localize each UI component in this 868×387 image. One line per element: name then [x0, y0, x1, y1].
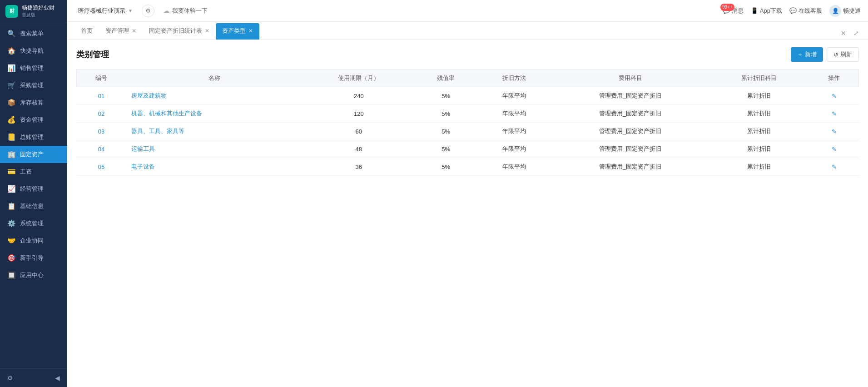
cell-cumul-3: 累计折旧	[709, 140, 809, 158]
cell-method-0: 年限平均	[477, 87, 551, 105]
cell-name-2: 器具、工具、家具等	[126, 123, 302, 140]
topbar-messages[interactable]: 💬99+ 消息	[723, 7, 744, 15]
tab-close-depreciation-table[interactable]: ✕	[205, 28, 209, 34]
cell-residual-1: 5%	[415, 105, 477, 123]
sidebar-item-funds[interactable]: 💰 资金管理	[0, 111, 67, 129]
tab-label-asset-mgmt: 资产管理	[105, 27, 129, 35]
user-name: 畅捷通	[843, 7, 861, 15]
sidebar-item-search[interactable]: 🔍 搜索菜单	[0, 25, 67, 42]
cell-cumul-4: 累计折旧	[709, 158, 809, 176]
sidebar-item-sales[interactable]: 📊 销售管理	[0, 60, 67, 77]
cell-residual-4: 5%	[415, 158, 477, 176]
table-row: 01房屋及建筑物2405%年限平均管理费用_固定资产折旧累计折旧✎	[77, 87, 859, 105]
sidebar-item-fixed-assets[interactable]: 🏢 固定资产	[0, 146, 67, 163]
sidebar-item-quick-nav[interactable]: 🏠 快捷导航	[0, 42, 67, 60]
payroll-icon: 💳	[7, 168, 15, 176]
edit-icon[interactable]: ✎	[832, 146, 837, 153]
edit-icon[interactable]: ✎	[832, 110, 837, 117]
sidebar-item-payroll[interactable]: 💳 工资	[0, 163, 67, 180]
cell-expense-2: 管理费用_固定资产折旧	[551, 123, 709, 140]
topbar-right: 💬99+ 消息📱 App下载💬 在线客服👤 畅捷通	[723, 5, 861, 17]
app-center-icon: 🔲	[7, 271, 15, 279]
cell-action-2[interactable]: ✎	[809, 123, 859, 140]
cell-action-1[interactable]: ✎	[809, 105, 859, 123]
cell-period-0: 240	[303, 87, 415, 105]
table-row: 02机器、机械和其他生产设备1205%年限平均管理费用_固定资产折旧累计折旧✎	[77, 105, 859, 123]
cell-expense-1: 管理费用_固定资产折旧	[551, 105, 709, 123]
cell-period-4: 36	[303, 158, 415, 176]
cell-name-3: 运输工具	[126, 140, 302, 158]
topbar-left: 医疗器械行业演示 ▼ ⚙ ☁ 我要体验一下	[74, 5, 211, 17]
edit-icon[interactable]: ✎	[832, 128, 837, 135]
avatar-icon: 👤	[829, 5, 841, 17]
topbar-online-service[interactable]: 💬 在线客服	[789, 7, 822, 15]
trial-button[interactable]: ☁ 我要体验一下	[160, 5, 211, 17]
tab-close-asset-type[interactable]: ✕	[248, 28, 253, 34]
sidebar-item-operations[interactable]: 📈 经营管理	[0, 180, 67, 198]
trial-label: 我要体验一下	[172, 7, 208, 15]
topbar-app-download[interactable]: 📱 App下载	[751, 7, 782, 15]
edit-icon[interactable]: ✎	[832, 93, 837, 99]
app-version: 普及版	[22, 12, 55, 18]
col-header-code: 编号	[77, 69, 126, 87]
cell-code-2: 03	[77, 123, 126, 140]
basic-info-icon: 📋	[7, 202, 15, 210]
close-window-icon[interactable]: ✕	[839, 29, 848, 38]
sidebar-footer: ⚙ ◀	[0, 368, 67, 387]
tab-close-asset-mgmt[interactable]: ✕	[132, 28, 136, 34]
table-row: 03器具、工具、家具等605%年限平均管理费用_固定资产折旧累计折旧✎	[77, 123, 859, 140]
sidebar-nav: 🔍 搜索菜单🏠 快捷导航📊 销售管理🛒 采购管理📦 库存核算💰 资金管理📒 总账…	[0, 23, 67, 368]
sidebar-item-ledger[interactable]: 📒 总账管理	[0, 129, 67, 146]
company-selector[interactable]: 医疗器械行业演示 ▼	[74, 5, 136, 17]
sidebar-item-label: 搜索菜单	[20, 30, 44, 38]
refresh-button[interactable]: ↺ 刷新	[827, 47, 859, 62]
cell-code-4: 05	[77, 158, 126, 176]
topbar-user[interactable]: 👤 畅捷通	[829, 5, 861, 17]
download-icon: 📱	[751, 7, 758, 14]
table-row: 04运输工具485%年限平均管理费用_固定资产折旧累计折旧✎	[77, 140, 859, 158]
cell-expense-3: 管理费用_固定资产折旧	[551, 140, 709, 158]
plus-icon: ＋	[797, 50, 803, 59]
sidebar-item-guide[interactable]: 🎯 新手引导	[0, 249, 67, 267]
sidebar-item-label: 工资	[20, 168, 32, 176]
cell-action-4[interactable]: ✎	[809, 158, 859, 176]
cell-period-3: 48	[303, 140, 415, 158]
topbar: 医疗器械行业演示 ▼ ⚙ ☁ 我要体验一下 💬99+ 消息📱 App下载💬 在线…	[67, 0, 868, 22]
cell-action-0[interactable]: ✎	[809, 87, 859, 105]
cell-period-2: 60	[303, 123, 415, 140]
settings-icon[interactable]: ⚙	[5, 372, 15, 383]
new-button[interactable]: ＋ 新增	[791, 47, 823, 62]
topbar-settings-button[interactable]: ⚙	[142, 5, 154, 17]
cell-method-1: 年限平均	[477, 105, 551, 123]
cell-action-3[interactable]: ✎	[809, 140, 859, 158]
tab-asset-type[interactable]: 资产类型✕	[216, 23, 259, 40]
cell-cumul-2: 累计折旧	[709, 123, 809, 140]
tab-home[interactable]: 首页	[74, 23, 99, 40]
sidebar-item-label: 总账管理	[20, 133, 44, 141]
sidebar-item-app-center[interactable]: 🔲 应用中心	[0, 267, 67, 284]
app-download-label: App下载	[760, 7, 782, 15]
col-header-cumul: 累计折旧科目	[709, 69, 809, 87]
window-controls: ✕ ⤢	[839, 29, 861, 40]
cell-name-0: 房屋及建筑物	[126, 87, 302, 105]
tab-depreciation-table[interactable]: 固定资产折旧统计表✕	[143, 23, 216, 40]
sidebar-item-system[interactable]: ⚙️ 系统管理	[0, 215, 67, 232]
sidebar-item-basic-info[interactable]: 📋 基础信息	[0, 198, 67, 215]
col-header-method: 折旧方法	[477, 69, 551, 87]
sidebar-item-label: 资金管理	[20, 116, 44, 124]
sidebar-item-inventory[interactable]: 📦 库存核算	[0, 94, 67, 111]
sidebar-item-cooperation[interactable]: 🤝 企业协同	[0, 232, 67, 249]
tab-asset-mgmt[interactable]: 资产管理✕	[99, 23, 143, 40]
sidebar: 财 畅捷通好业财 普及版 🔍 搜索菜单🏠 快捷导航📊 销售管理🛒 采购管理📦 库…	[0, 0, 67, 387]
cell-period-1: 120	[303, 105, 415, 123]
gear-icon: ⚙	[145, 7, 151, 14]
sidebar-item-label: 经营管理	[20, 185, 44, 193]
tabbar: 首页资产管理✕固定资产折旧统计表✕资产类型✕ ✕ ⤢	[67, 22, 868, 40]
badge-messages: 99+	[720, 4, 734, 11]
table-row: 05电子设备365%年限平均管理费用_固定资产折旧累计折旧✎	[77, 158, 859, 176]
collapse-icon[interactable]: ◀	[53, 372, 62, 383]
edit-icon[interactable]: ✎	[832, 164, 837, 170]
cell-method-3: 年限平均	[477, 140, 551, 158]
sidebar-item-purchase[interactable]: 🛒 采购管理	[0, 77, 67, 94]
maximize-window-icon[interactable]: ⤢	[852, 29, 861, 38]
